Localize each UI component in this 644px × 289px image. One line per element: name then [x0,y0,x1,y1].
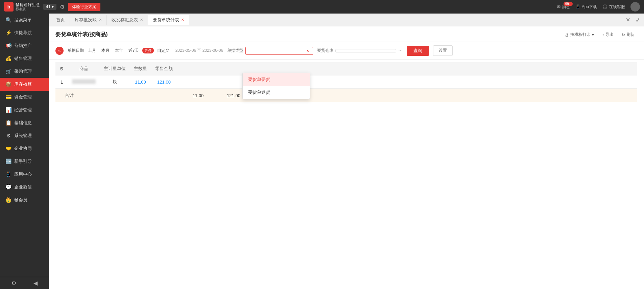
logo-text: 畅捷通好生意 标准版 [16,2,40,11]
settings-filter-button[interactable]: 设置 [433,45,453,56]
more-dates-badge[interactable]: 更多 [142,48,154,53]
messages-button[interactable]: ✉ 消息 99+ [557,4,570,10]
date-filter-group: 单据日期 上月 本月 本年 近7天 更多 自定义 [68,47,171,54]
tab-summary[interactable]: 收发存汇总表✕ [107,15,148,25]
sidebar-item-label-member: 畅会员 [14,197,27,203]
store-selector[interactable]: 41 ▾ [43,4,56,10]
finance-icon: 💳 [5,94,11,100]
page-title: 要货单统计表(按商品) [55,31,108,38]
sidebar-item-label-guide: 新手引导 [14,158,32,164]
refresh-button[interactable]: ↻ 刷新 [619,30,637,39]
dropdown-item-requisition-return[interactable]: 要货单退货 [243,86,310,99]
marketing-icon: 📢 [5,43,11,49]
app-download-button[interactable]: 📱 App下载 [575,4,597,10]
sidebar-item-label-inventory: 库存核算 [14,81,32,87]
sidebar-item-label-appstore: 应用中心 [14,171,32,177]
tab-close-all-icon[interactable]: ✕ [624,15,631,24]
sidebar-item-wechat[interactable]: 💬 企业微信 [0,181,49,194]
table-wrapper: ⚙ 商品 主计量单位 主数量 零售金额 1 块 11.00 121.00 [49,62,644,89]
table-settings-icon[interactable]: ⚙ [59,66,64,71]
col-unit-header: 主计量单位 [100,62,130,75]
wechat-icon: 💬 [5,184,11,190]
appstore-icon: 📱 [5,171,11,177]
tab-requisition[interactable]: 要货单统计表✕ [148,15,189,25]
footer-qty: 11.00 [178,93,218,98]
filter-expand-button[interactable]: » [55,47,64,55]
sidebar-item-label-wechat: 企业微信 [14,184,32,190]
tab-label-batch: 库存批次账 [75,17,97,23]
sidebar-bottom: ⚙ ◀ [0,277,49,289]
tab-expand-icon[interactable]: ⤢ [634,15,641,24]
avatar[interactable] [630,2,640,12]
sidebar-item-label-system: 系统管理 [14,133,32,139]
tab-close-summary[interactable]: ✕ [140,18,143,22]
sidebar-item-basic[interactable]: 📋 基础信息 [0,116,49,129]
guide-icon: 🆕 [5,158,11,164]
sidebar-item-finance[interactable]: 💳 资金管理 [0,91,49,104]
sidebar-settings-icon[interactable]: ⚙ [11,280,16,286]
tab-home[interactable]: 首页 [51,15,70,25]
tab-batch[interactable]: 库存批次账✕ [70,15,107,25]
header-settings-icon[interactable]: ⚙ [60,4,65,10]
sidebar-item-sales[interactable]: 💰 销售管理 [0,52,49,65]
operation-icon: 📊 [5,107,11,113]
phone-icon: 📱 [575,4,580,9]
page-header: 要货单统计表(按商品) 🖨 按模板打印 ▾ ↑ 导出 ↻ 刷新 [49,26,644,42]
print-dropdown-icon: ▾ [592,32,594,37]
top-header: b 畅捷通好生意 标准版 41 ▾ ⚙ 体验行业方案 ✉ 消息 99+ 📱 Ap… [0,0,644,14]
sidebar-item-label-search: 搜索菜单 [14,17,32,23]
refresh-label: 刷新 [626,32,635,38]
this-month-btn[interactable]: 本月 [99,47,112,54]
this-year-btn[interactable]: 本年 [113,47,125,54]
trial-button[interactable]: 体验行业方案 [68,3,100,11]
sidebar-collapse-icon[interactable]: ◀ [33,280,38,286]
sidebar-item-operation[interactable]: 📊 经营管理 [0,104,49,116]
enterprise-icon: 🤝 [5,146,11,152]
sidebar-item-shortcut[interactable]: ⚡ 快捷导航 [0,26,49,39]
footer-area: 合计 11.00 121.00 [49,89,644,102]
sidebar-item-label-operation: 经营管理 [14,107,32,113]
row-product-0 [68,75,100,89]
table-header-row: ⚙ 商品 主计量单位 主数量 零售金额 [55,62,637,75]
filter-bar: » 单据日期 上月 本月 本年 近7天 更多 自定义 2023-05-06 至 … [49,42,644,60]
prev-month-btn[interactable]: 上月 [86,47,98,54]
col-product-header: 商品 [68,62,100,75]
sidebar-item-system[interactable]: ⚙ 系统管理 [0,129,49,142]
sidebar-item-appstore[interactable]: 📱 应用中心 [0,168,49,181]
tab-close-requisition[interactable]: ✕ [181,18,184,22]
warehouse-select[interactable] [335,49,396,52]
query-button[interactable]: 查询 [407,46,429,56]
message-icon: ✉ [557,4,560,9]
type-select[interactable]: ∧ [245,47,313,55]
messages-badge: 99+ [564,2,573,6]
tab-close-batch[interactable]: ✕ [99,18,102,22]
sidebar-item-search[interactable]: 🔍 搜索菜单 [0,14,49,26]
print-button[interactable]: 🖨 按模板打印 ▾ [562,30,597,39]
sidebar-item-guide[interactable]: 🆕 新手引导 [0,155,49,168]
tab-bar: 首页库存批次账✕收发存汇总表✕要货单统计表✕ ✕ ⤢ [49,14,644,26]
table-row: 1 块 11.00 121.00 [55,75,637,89]
row-no-0: 1 [55,75,68,89]
sidebar-item-marketing[interactable]: 📢 营销推广 [0,39,49,52]
system-icon: ⚙ [5,133,11,139]
headset-icon: 🎧 [602,4,607,9]
dropdown-item-requisition-order[interactable]: 要货单要货 [243,73,310,86]
online-service-button[interactable]: 🎧 在线客服 [602,4,625,10]
col-qty-header: 主数量 [130,62,151,75]
sidebar-item-purchase[interactable]: 🛒 采购管理 [0,65,49,78]
sidebar-item-enterprise[interactable]: 🤝 企业协同 [0,142,49,155]
date-filter-label: 单据日期 [68,48,84,53]
sidebar-item-label-enterprise: 企业协同 [14,146,32,152]
more-filters-icon[interactable]: ··· [398,48,403,54]
export-button[interactable]: ↑ 导出 [599,30,616,39]
type-filter-label: 单据类型 [227,48,243,53]
custom-date-btn[interactable]: 自定义 [155,47,171,54]
purchase-icon: 🛒 [5,68,11,74]
data-table: ⚙ 商品 主计量单位 主数量 零售金额 1 块 11.00 121.00 [55,62,637,89]
last7days-btn[interactable]: 近7天 [126,47,141,54]
shortcut-icon: ⚡ [5,30,11,36]
sidebar-item-inventory[interactable]: 📦 库存核算 [0,78,49,91]
sidebar-item-label-marketing: 营销推广 [14,43,32,49]
page-content: 要货单统计表(按商品) 🖨 按模板打印 ▾ ↑ 导出 ↻ 刷新 [49,26,644,289]
sidebar-item-member[interactable]: 👑 畅会员 [0,194,49,206]
